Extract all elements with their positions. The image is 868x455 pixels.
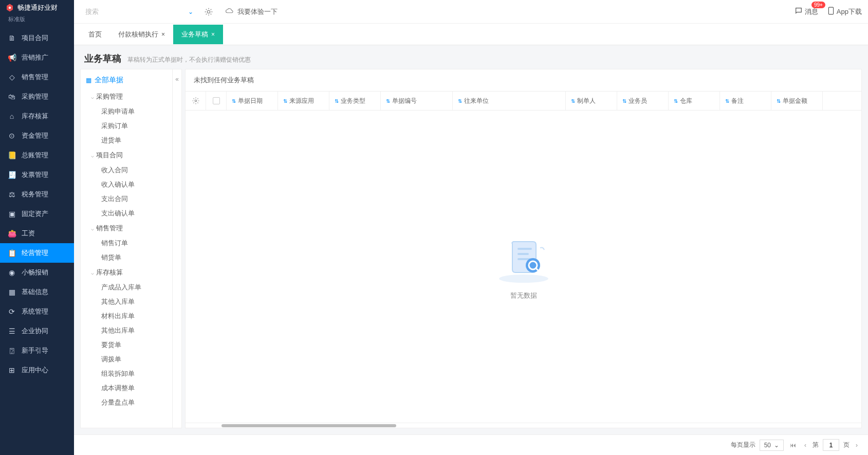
col-code[interactable]: ⇅单据编号 xyxy=(381,92,453,110)
tree-leaf-3-3[interactable]: 其他出库单 xyxy=(81,323,172,338)
tree-leaf-3-0[interactable]: 产成品入库单 xyxy=(81,280,172,295)
tab-0[interactable]: 首页 xyxy=(80,25,110,44)
tree-leaf-3-1[interactable]: 其他入库单 xyxy=(81,295,172,309)
tree-leaf-3-7[interactable]: 成本调整单 xyxy=(81,381,172,395)
sidebar-item-15[interactable]: ☰企业协同 xyxy=(0,321,74,341)
empty-state-text: 暂无数据 xyxy=(510,291,537,300)
sidebar-item-icon: 👛 xyxy=(7,229,16,238)
tree-leaf-2-1[interactable]: 销货单 xyxy=(81,250,172,265)
sidebar-item-14[interactable]: ⟳系统管理 xyxy=(0,302,74,321)
sidebar-item-icon: 📋 xyxy=(7,248,16,258)
sidebar-item-label: 发票管理 xyxy=(22,170,48,179)
tree-leaf-3-4[interactable]: 要货单 xyxy=(81,338,172,352)
table-body: 暂无数据 xyxy=(186,111,861,423)
chevron-left-icon: « xyxy=(175,76,179,83)
page-number-input[interactable] xyxy=(823,439,839,451)
sort-icon: ⇅ xyxy=(335,98,339,104)
next-page-button[interactable]: › xyxy=(854,442,860,449)
tree-leaf-1-0[interactable]: 收入合同 xyxy=(81,163,172,177)
cloud-icon xyxy=(225,7,234,16)
sidebar-item-1[interactable]: 📢营销推广 xyxy=(0,48,74,67)
sidebar-item-12[interactable]: ◉小畅报销 xyxy=(0,263,74,282)
sidebar-item-17[interactable]: ⊞应用中心 xyxy=(0,360,74,380)
sidebar-item-9[interactable]: ▣固定资产 xyxy=(0,204,74,224)
sidebar-item-label: 固定资产 xyxy=(22,209,48,219)
first-page-button[interactable]: ⏮ xyxy=(788,442,798,449)
category-tree: ⌵采购管理采购申请单采购订单进货单⌵项目合同收入合同收入确认单支出合同支出确认单… xyxy=(81,89,172,428)
sidebar-item-6[interactable]: 📒总账管理 xyxy=(0,145,74,165)
col-party[interactable]: ⇅往来单位 xyxy=(453,92,566,110)
col-amount[interactable]: ⇅单据金额 xyxy=(771,92,823,110)
sidebar-item-label: 小畅报销 xyxy=(22,268,48,277)
tree-leaf-1-2[interactable]: 支出合同 xyxy=(81,192,172,206)
tree-leaf-1-1[interactable]: 收入确认单 xyxy=(81,177,172,192)
sidebar-item-icon: ⊙ xyxy=(7,131,16,140)
tab-1[interactable]: 付款核销执行× xyxy=(110,25,173,44)
chevron-down-icon: ⌄ xyxy=(774,442,779,449)
page-label-prefix: 第 xyxy=(812,441,819,449)
sidebar-item-8[interactable]: ⚖税务管理 xyxy=(0,185,74,204)
sidebar-item-10[interactable]: 👛工资 xyxy=(0,224,74,243)
sidebar-item-2[interactable]: ◇销售管理 xyxy=(0,67,74,87)
tree-leaf-0-0[interactable]: 采购申请单 xyxy=(81,104,172,119)
col-date[interactable]: ⇅单据日期 xyxy=(227,92,278,110)
tree-leaf-3-6[interactable]: 组装拆卸单 xyxy=(81,367,172,381)
tree-group-2[interactable]: ⌵销售管理 xyxy=(81,221,172,236)
sort-icon: ⇅ xyxy=(283,98,287,104)
svg-point-0 xyxy=(9,7,11,9)
col-note[interactable]: ⇅备注 xyxy=(720,92,771,110)
tree-group-1[interactable]: ⌵项目合同 xyxy=(81,148,172,163)
tree-group-0[interactable]: ⌵采购管理 xyxy=(81,89,172,104)
settings-button[interactable] xyxy=(202,6,215,18)
tree-leaf-3-8[interactable]: 分量盘点单 xyxy=(81,395,172,410)
category-panel-header[interactable]: ▦ 全部单据 xyxy=(81,69,172,89)
col-source[interactable]: ⇅来源应用 xyxy=(278,92,329,110)
chevron-down-icon: ⌵ xyxy=(91,153,94,158)
horizontal-scrollbar[interactable] xyxy=(186,423,861,428)
sort-icon: ⇅ xyxy=(725,98,729,104)
sidebar-item-4[interactable]: ⌂库存核算 xyxy=(0,106,74,126)
col-warehouse[interactable]: ⇅仓库 xyxy=(669,92,720,110)
sidebar-item-16[interactable]: ⍰新手引导 xyxy=(0,341,74,360)
column-settings-button[interactable] xyxy=(186,92,206,110)
sort-icon: ⇅ xyxy=(386,98,390,104)
collapse-panel-button[interactable]: « xyxy=(173,69,182,428)
messages-label: 消息 xyxy=(805,7,818,16)
sidebar-item-11[interactable]: 📋经营管理 xyxy=(0,243,74,263)
promo-link[interactable]: 我要体验一下 xyxy=(225,7,278,16)
select-all-checkbox[interactable] xyxy=(206,92,227,110)
sidebar-item-13[interactable]: ▦基础信息 xyxy=(0,282,74,302)
tree-leaf-3-5[interactable]: 调拨单 xyxy=(81,352,172,367)
close-icon[interactable]: × xyxy=(161,31,165,38)
chevron-down-icon: ⌵ xyxy=(91,226,94,231)
per-page-select[interactable]: 50 ⌄ xyxy=(760,440,784,451)
tree-leaf-1-3[interactable]: 支出确认单 xyxy=(81,206,172,221)
sidebar-item-icon: 🧾 xyxy=(7,170,16,179)
sidebar-item-icon: 🗎 xyxy=(7,33,16,43)
col-biz[interactable]: ⇅业务员 xyxy=(617,92,669,110)
tree-leaf-3-2[interactable]: 材料出库单 xyxy=(81,309,172,323)
tree-leaf-0-1[interactable]: 采购订单 xyxy=(81,119,172,133)
tree-group-3[interactable]: ⌵库存核算 xyxy=(81,265,172,280)
close-icon[interactable]: × xyxy=(211,31,215,38)
sidebar-item-0[interactable]: 🗎项目合同 xyxy=(0,28,74,48)
tree-leaf-2-0[interactable]: 销售订单 xyxy=(81,236,172,250)
svg-rect-1 xyxy=(828,7,833,14)
brand-version: 标准版 xyxy=(0,15,74,28)
search-input[interactable]: 搜索 ⌄ xyxy=(80,4,198,20)
sidebar-item-label: 资金管理 xyxy=(22,131,48,140)
tree-group-label: 项目合同 xyxy=(96,151,123,160)
prev-page-button[interactable]: ‹ xyxy=(802,442,808,449)
sidebar-item-5[interactable]: ⊙资金管理 xyxy=(0,126,74,145)
tab-label: 首页 xyxy=(88,30,102,39)
tree-leaf-0-2[interactable]: 进货单 xyxy=(81,133,172,148)
col-type[interactable]: ⇅业务类型 xyxy=(329,92,381,110)
app-download-link[interactable]: App下载 xyxy=(827,7,862,16)
sidebar-item-3[interactable]: 🛍采购管理 xyxy=(0,87,74,106)
sidebar-item-7[interactable]: 🧾发票管理 xyxy=(0,165,74,185)
messages-link[interactable]: 消息 xyxy=(795,7,818,16)
tab-2[interactable]: 业务草稿× xyxy=(173,25,223,44)
sort-icon: ⇅ xyxy=(458,98,462,104)
svg-point-2 xyxy=(195,100,197,102)
col-maker[interactable]: ⇅制单人 xyxy=(566,92,617,110)
